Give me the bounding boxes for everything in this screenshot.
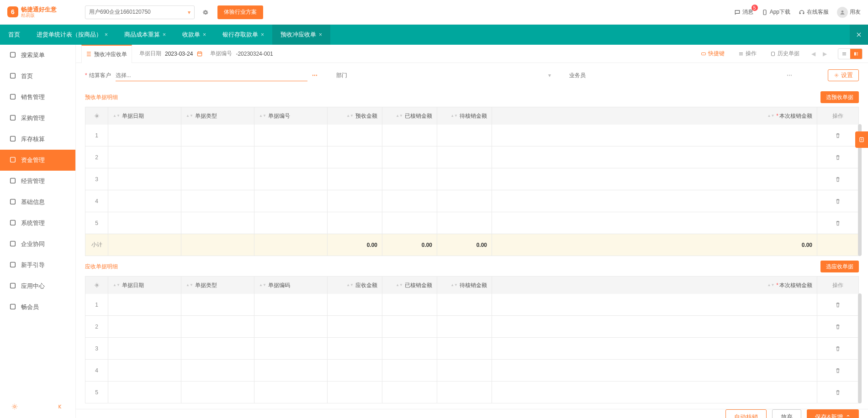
delete-row-button[interactable] <box>835 220 841 226</box>
tab[interactable]: 商品成本重算× <box>116 25 174 45</box>
tab[interactable]: 进货单统计表（按商品）× <box>28 25 116 45</box>
discard-button[interactable]: 放弃 <box>772 409 801 418</box>
delete-row-button[interactable] <box>835 302 841 308</box>
col-type[interactable]: ▲▼单据类型 <box>181 107 254 125</box>
delete-row-button[interactable] <box>835 324 841 330</box>
table-row[interactable]: 5 <box>85 212 858 234</box>
sidebar-settings-button[interactable] <box>11 403 18 410</box>
sidebar-item[interactable]: 企业协同 <box>0 234 75 255</box>
tab-close-icon[interactable]: × <box>261 31 264 38</box>
close-all-tabs-button[interactable] <box>850 25 868 45</box>
user-menu[interactable]: 用友 <box>837 7 861 18</box>
col-written-off[interactable]: ▲▼已核销金额 <box>382 107 437 125</box>
doc-date-field[interactable]: 单据日期 2023-03-24 <box>139 50 203 57</box>
delete-row-button[interactable] <box>835 198 841 204</box>
messages-button[interactable]: 消息 5 <box>734 8 753 16</box>
delete-row-button[interactable] <box>835 367 841 374</box>
sidebar-item[interactable]: 采购管理 <box>0 108 75 129</box>
col-code[interactable]: ▲▼单据编码 <box>254 277 328 294</box>
delete-row-button[interactable] <box>835 345 841 352</box>
delete-row-button[interactable] <box>835 389 841 396</box>
tab[interactable]: 首页 <box>0 25 28 45</box>
table-row[interactable]: 3 <box>85 168 858 190</box>
col-prepay-amount[interactable]: ▲▼预收金额 <box>328 107 382 125</box>
shortcut-button[interactable]: 快捷键 <box>701 50 725 57</box>
save-and-new-button[interactable]: 保存&新增 ⌃ <box>807 409 859 418</box>
col-this-writeoff[interactable]: ▲▼*本次核销金额 <box>492 107 817 125</box>
scrollbar[interactable] <box>858 293 862 403</box>
col-written-off[interactable]: ▲▼已核销金额 <box>382 277 437 294</box>
support-button[interactable]: 在线客服 <box>799 8 829 16</box>
col-type[interactable]: ▲▼单据类型 <box>181 277 254 294</box>
col-this-writeoff[interactable]: ▲▼*本次核销金额 <box>492 277 817 294</box>
dept-input[interactable] <box>352 69 544 81</box>
tab[interactable]: 收款单× <box>174 25 214 45</box>
tab-close-icon[interactable]: × <box>163 31 166 38</box>
prev-record-button[interactable]: ◀ <box>811 51 815 57</box>
biz-lookup-button[interactable]: ⋯ <box>787 72 793 78</box>
logo-subtitle: 精易版 <box>21 13 57 18</box>
sidebar-item[interactable]: 搜索菜单 <box>0 45 75 66</box>
chevron-down-icon[interactable]: ▾ <box>548 72 551 78</box>
row-index: 1 <box>85 125 108 146</box>
tab[interactable]: 预收冲应收单× <box>272 25 330 45</box>
col-pending[interactable]: ▲▼待核销金额 <box>437 277 492 294</box>
biz-input[interactable] <box>590 69 782 81</box>
column-config-button[interactable] <box>85 107 108 125</box>
delete-row-button[interactable] <box>835 176 841 183</box>
table-row[interactable]: 2 <box>85 316 858 338</box>
tab[interactable]: 银行存取款单× <box>214 25 272 45</box>
sidebar-item[interactable]: 经营管理 <box>0 171 75 192</box>
col-pending[interactable]: ▲▼待核销金额 <box>437 107 492 125</box>
phone-icon <box>762 9 768 16</box>
sidebar-item[interactable]: 系统管理 <box>0 213 75 234</box>
sidebar-item[interactable]: 畅会员 <box>0 297 75 318</box>
next-record-button[interactable]: ▶ <box>823 51 827 57</box>
org-settings-button[interactable] <box>199 6 212 19</box>
settings-button[interactable]: 设置 <box>828 69 859 81</box>
customer-lookup-button[interactable]: ⋯ <box>312 72 318 78</box>
sidebar-collapse-button[interactable] <box>57 403 64 410</box>
org-selector[interactable]: 用户690企业1660120750 ▾ <box>85 5 195 19</box>
col-date[interactable]: ▲▼单据日期 <box>108 277 181 294</box>
sidebar-item[interactable]: 资金管理 <box>0 150 75 171</box>
auto-writeoff-button[interactable]: 自动核销 <box>725 409 767 418</box>
sidebar-item[interactable]: 基础信息 <box>0 192 75 213</box>
delete-row-button[interactable] <box>835 132 841 139</box>
sidebar-item[interactable]: 新手引导 <box>0 255 75 276</box>
sidebar-item[interactable]: 应用中心 <box>0 276 75 297</box>
select-receivable-button[interactable]: 选应收单据 <box>820 261 859 272</box>
table-row[interactable]: 1 <box>85 125 858 146</box>
select-prepay-button[interactable]: 选预收单据 <box>820 91 859 103</box>
table-row[interactable]: 5 <box>85 381 858 403</box>
svg-point-21 <box>96 115 98 117</box>
view-list-button[interactable] <box>838 49 850 59</box>
history-button[interactable]: 历史单据 <box>770 50 799 57</box>
table-row[interactable]: 4 <box>85 190 858 212</box>
subtotal-row: 小计0.000.000.000.00 <box>85 234 858 256</box>
operate-button[interactable]: 操作 <box>738 50 757 57</box>
col-receivable-amount[interactable]: ▲▼应收金额 <box>328 277 382 294</box>
view-form-button[interactable] <box>850 49 862 59</box>
column-config-button[interactable] <box>85 277 108 294</box>
app-download-button[interactable]: App下载 <box>762 8 790 16</box>
table-row[interactable]: 4 <box>85 360 858 381</box>
delete-row-button[interactable] <box>835 154 841 161</box>
sidebar-item[interactable]: 首页 <box>0 66 75 87</box>
svg-rect-5 <box>11 115 16 120</box>
tab-close-icon[interactable]: × <box>105 31 108 38</box>
table-row[interactable]: 3 <box>85 338 858 360</box>
customer-input[interactable] <box>116 69 307 81</box>
table-row[interactable]: 2 <box>85 146 858 168</box>
col-code[interactable]: ▲▼单据编号 <box>254 107 328 125</box>
tab-close-icon[interactable]: × <box>203 31 206 38</box>
sidebar-item[interactable]: 销售管理 <box>0 87 75 108</box>
sidebar-item[interactable]: 库存核算 <box>0 129 75 150</box>
col-date[interactable]: ▲▼单据日期 <box>108 107 181 125</box>
table-row[interactable]: 1 <box>85 294 858 316</box>
right-drawer-toggle[interactable] <box>855 131 868 148</box>
try-plan-button[interactable]: 体验行业方案 <box>217 5 263 19</box>
svg-rect-19 <box>854 52 856 55</box>
tab-close-icon[interactable]: × <box>319 31 322 38</box>
table-header-row: ▲▼单据日期 ▲▼单据类型 ▲▼单据编号 ▲▼预收金额 ▲▼已核销金额 ▲▼待核… <box>85 107 858 125</box>
